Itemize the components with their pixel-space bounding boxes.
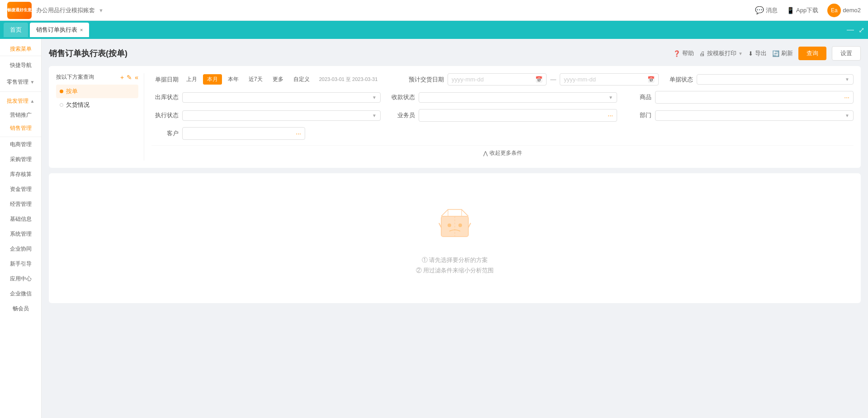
date-tab-last-month[interactable]: 上月 (182, 74, 201, 85)
calendar-icon-1: 📅 (535, 76, 542, 83)
department-select[interactable]: ▼ (655, 110, 854, 121)
empty-tips: ① 请先选择要分析的方案 ② 用过滤条件来缩小分析范围 (58, 255, 852, 276)
filter-field-exec-status: 执行状态 ▼ (151, 110, 381, 121)
quick-nav-label: 快捷导航 (10, 62, 32, 69)
sidebar-item-newbie[interactable]: 新手引导 (0, 256, 41, 271)
goods-label: 商品 (624, 93, 651, 101)
sidebar-item-finance[interactable]: 资金管理 (0, 182, 41, 197)
tab-sales-order[interactable]: 销售订单执行表 × (30, 23, 89, 37)
filter-field-goods: 商品 ··· (624, 91, 854, 104)
refresh-btn[interactable]: 🔄 刷新 (772, 49, 793, 57)
date-tab-7days[interactable]: 近7天 (245, 74, 267, 85)
help-icon: ❓ (673, 50, 680, 57)
sidebar-item-enterprise[interactable]: 企业协同 (0, 242, 41, 256)
tab-minimize-icon[interactable]: — (847, 26, 854, 34)
topbar-left: 畅捷通好生意 办公用品行业模拟账套 ▼ (7, 2, 104, 19)
scheme-collapse-icon[interactable]: « (135, 74, 138, 81)
empty-tip-1: ① 请先选择要分析的方案 (58, 255, 852, 265)
filter-card: 按以下方案查询 + ✎ « 按单 欠货情况 (49, 66, 861, 168)
sidebar-item-app-center[interactable]: 应用中心 (0, 271, 41, 286)
app-download-btn[interactable]: 📱 App下载 (787, 6, 818, 14)
filter-row-4: 客户 ··· (151, 127, 854, 140)
sidebar-item-basic-info[interactable]: 基础信息 (0, 212, 41, 227)
salesman-select[interactable]: ··· (419, 109, 617, 122)
filter-container: 按以下方案查询 + ✎ « 按单 欠货情况 (56, 73, 854, 161)
user-area[interactable]: Ea demo2 (827, 4, 861, 17)
sidebar-item-wholesale[interactable]: 批发管理 ▲ (0, 94, 41, 109)
date-tabs: 上月 本月 本年 近7天 更多 自定义 (182, 74, 314, 85)
exec-status-select[interactable]: ▼ (182, 110, 381, 121)
wholesale-arrow-icon: ▲ (30, 99, 35, 104)
salesman-ellipsis-icon[interactable]: ··· (608, 112, 613, 119)
sidebar-item-wechat[interactable]: 企业微信 (0, 286, 41, 301)
filter-row-2: 出库状态 ▼ 收款状态 ▼ (151, 91, 854, 104)
sidebar-item-marketing[interactable]: 营销推广 (0, 109, 41, 122)
app-name-area[interactable]: 办公用品行业模拟账套 ▼ (36, 6, 104, 14)
sidebar-item-inventory[interactable]: 库存核算 (0, 167, 41, 182)
settings-button[interactable]: 设置 (832, 46, 861, 61)
retail-arrow-icon: ▼ (30, 80, 35, 85)
tab-maximize-icon[interactable]: ⤢ (859, 26, 864, 34)
wholesale-label: 批发管理 (7, 97, 28, 105)
date-tab-custom[interactable]: 自定义 (289, 74, 314, 85)
scheme-edit-icon[interactable]: ✎ (127, 74, 132, 81)
salesman-label: 业务员 (388, 111, 415, 119)
payment-status-label: 收款状态 (388, 93, 415, 101)
app-dropdown-icon[interactable]: ▼ (99, 8, 104, 13)
sidebar-item-purchase[interactable]: 采购管理 (0, 152, 41, 167)
query-button[interactable]: 查询 (798, 47, 826, 60)
scheme-actions: + ✎ « (120, 74, 138, 81)
message-icon: 💬 (755, 6, 764, 14)
doc-status-select[interactable]: ▼ (697, 74, 854, 85)
sidebar-item-ecommerce[interactable]: 电商管理 (0, 137, 41, 152)
sidebar-item-operations[interactable]: 经营管理 (0, 197, 41, 212)
expected-date-from[interactable]: yyyy-mm-dd 📅 (448, 73, 547, 86)
filter-field-payment-status: 收款状态 ▼ (388, 92, 617, 103)
sidebar-item-sales-mgmt[interactable]: 销售管理 (0, 122, 41, 135)
scheme-dot-icon (60, 90, 63, 93)
print-icon: 🖨 (699, 50, 705, 57)
customer-select[interactable]: ··· (182, 127, 305, 140)
ship-status-select[interactable]: ▼ (182, 92, 381, 103)
date-tab-this-year[interactable]: 本年 (224, 74, 243, 85)
date-tab-this-month[interactable]: 本月 (203, 74, 222, 85)
date-range-text: 2023-03-01 至 2023-03-31 (319, 76, 378, 83)
tab-home[interactable]: 首页 (4, 23, 28, 37)
goods-select[interactable]: ··· (655, 91, 854, 104)
goods-ellipsis-icon[interactable]: ··· (844, 94, 849, 101)
print-btn[interactable]: 🖨 按模板打印 ▼ (699, 49, 743, 57)
expected-date-label: 预计交货日期 (409, 76, 444, 84)
print-dropdown-icon[interactable]: ▼ (738, 51, 743, 56)
sidebar-item-member[interactable]: 畅会员 (0, 301, 41, 316)
exec-status-label: 执行状态 (151, 111, 179, 119)
date-label: 单据日期 (151, 76, 179, 84)
tab-close-icon[interactable]: × (80, 27, 83, 33)
filter-field-ship-status: 出库状态 ▼ (151, 92, 381, 103)
filter-field-expected-date: 预计交货日期 yyyy-mm-dd 📅 — yyyy-mm-dd 📅 (409, 73, 659, 86)
main-content: 销售订单执行表(按单) ❓ 帮助 🖨 按模板打印 ▼ ⬇ 导出 🔄 刷新 (42, 39, 868, 418)
avatar: Ea (827, 4, 841, 17)
expected-date-to[interactable]: yyyy-mm-dd 📅 (560, 73, 659, 86)
empty-state-area: ① 请先选择要分析的方案 ② 用过滤条件来缩小分析范围 (49, 173, 861, 303)
svg-point-3 (458, 223, 462, 227)
payment-status-select[interactable]: ▼ (419, 92, 617, 103)
scheme-item-shortage[interactable]: 欠货情况 (56, 98, 138, 112)
date-tab-more[interactable]: 更多 (269, 74, 288, 85)
user-name: demo2 (843, 7, 861, 14)
sidebar-item-system[interactable]: 系统管理 (0, 227, 41, 242)
sidebar-search[interactable]: 搜索菜单 (0, 43, 41, 56)
filter-row-3: 执行状态 ▼ 业务员 ··· (151, 109, 854, 122)
sidebar-item-retail[interactable]: 零售管理 ▼ (0, 75, 41, 90)
message-btn[interactable]: 💬 消息 (755, 6, 778, 14)
customer-ellipsis-icon[interactable]: ··· (296, 130, 301, 137)
sidebar-item-quick-nav[interactable]: 快捷导航 (0, 58, 41, 73)
export-btn[interactable]: ⬇ 导出 (748, 49, 767, 57)
scheme-add-icon[interactable]: + (120, 74, 124, 81)
collapse-more-btn[interactable]: ⋀ 收起更多条件 (151, 145, 854, 161)
filter-field-customer: 客户 ··· (151, 127, 305, 140)
doc-status-label: 单据状态 (666, 76, 693, 84)
filter-field-doc-status: 单据状态 ▼ (666, 74, 854, 85)
scheme-item-by-order[interactable]: 按单 (56, 85, 138, 98)
help-btn[interactable]: ❓ 帮助 (673, 49, 694, 57)
sidebar: 搜索菜单 快捷导航 零售管理 ▼ 批发管理 ▲ 营销推广 销售管理 电商管理 (0, 39, 42, 418)
